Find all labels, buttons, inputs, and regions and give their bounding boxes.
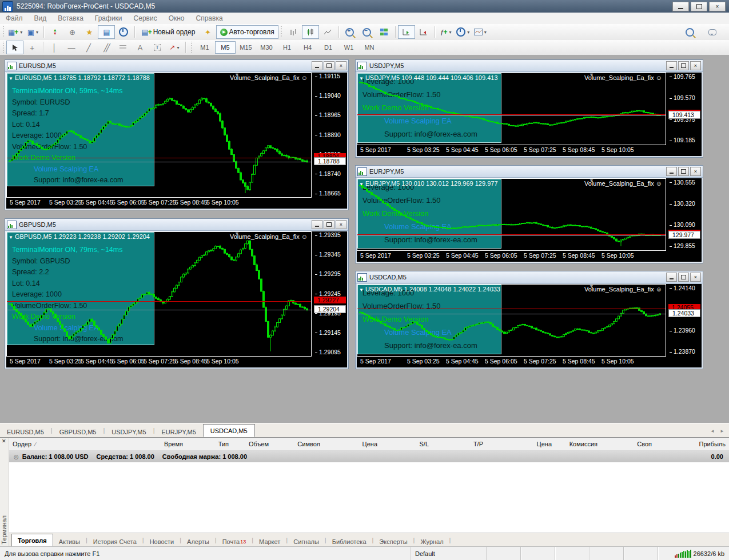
terminal-tab-история-счета[interactable]: История Счета — [87, 537, 142, 547]
market-watch-button[interactable]: ▲▼ — [46, 25, 63, 39]
terminal-tab-сигналы[interactable]: Сигналы — [288, 537, 325, 547]
chart-shift-button[interactable] — [415, 25, 432, 39]
tabs-scroll-left-button[interactable]: ◄ — [708, 426, 717, 435]
chart-window-eurusd[interactable]: EURUSD,M5 × TerminalMonitor ON, 59ms, ~1… — [5, 59, 349, 210]
chart-minimize-button[interactable] — [312, 61, 322, 70]
chart-restore-button[interactable] — [678, 61, 689, 70]
chart-close-button[interactable]: × — [690, 167, 701, 176]
auto-scroll-button[interactable] — [398, 25, 415, 39]
price-scale[interactable]: 1.293951.293451.292951.292451.291951.291… — [314, 231, 347, 357]
chart-restore-button[interactable] — [678, 273, 689, 282]
chart-plot[interactable]: Leverage: 1000VolumeOrderFlow: 1.50Work … — [357, 178, 666, 251]
terminal-tab-алерты[interactable]: Алерты — [181, 537, 215, 547]
titlebar[interactable]: 5225094: RoboForex-ProCent - USDCAD,M5 × — [0, 0, 729, 13]
channel-tool-button[interactable]: ╱╱ — [97, 41, 114, 54]
restore-button[interactable] — [691, 2, 707, 11]
chart-restore-button[interactable] — [678, 167, 689, 176]
strategy-tester-button[interactable] — [115, 25, 132, 39]
timeframe-M5[interactable]: M5 — [215, 41, 236, 54]
column-header-комиссия[interactable]: Комиссия — [555, 441, 601, 447]
chart-tab-eurusd[interactable]: EURUSD,M5 — [0, 426, 51, 437]
bar-chart-type-button[interactable] — [285, 25, 302, 39]
navigator-button[interactable]: ⊕ — [63, 25, 81, 39]
profiles-button[interactable]: ▣▾ — [24, 25, 41, 39]
terminal-tab-торговля[interactable]: Торговля — [11, 534, 53, 547]
chart-minimize-button[interactable] — [666, 273, 677, 282]
text-label-tool-button[interactable]: T — [149, 41, 166, 54]
chart-window-titlebar[interactable]: USDCAD,M5 × — [356, 271, 703, 283]
crosshair-tool-button[interactable]: ＋ — [23, 41, 41, 54]
terminal-tab-эксперты[interactable]: Эксперты — [373, 537, 413, 547]
vertical-line-tool-button[interactable]: │ — [46, 41, 63, 54]
chart-plot[interactable]: TerminalMonitor ON, 79ms, ~14msSymbol: G… — [6, 231, 312, 357]
menu-Сервис[interactable]: Сервис — [128, 13, 163, 24]
column-header-своп[interactable]: Своп — [601, 441, 655, 447]
cursor-tool-button[interactable] — [6, 41, 23, 54]
column-header-объем[interactable]: Объем — [232, 441, 272, 447]
chart-tab-usdcad[interactable]: USDCAD,M5 — [203, 424, 255, 437]
price-scale[interactable]: 130.555130.320130.090129.855129.990129.9… — [668, 178, 702, 251]
column-header-цена[interactable]: Цена — [324, 441, 381, 447]
autotrading-button[interactable]: ▶Авто-торговля — [216, 25, 278, 39]
close-button[interactable]: × — [709, 2, 726, 11]
minimize-button[interactable] — [672, 2, 689, 11]
time-scale[interactable]: 5 Sep 20175 Sep 03:255 Sep 04:455 Sep 06… — [357, 357, 699, 366]
chart-plot[interactable]: Leverage: 1000VolumeOrderFlow: 1.50Work … — [357, 73, 666, 145]
column-header-символ[interactable]: Символ — [272, 441, 324, 447]
chart-restore-button[interactable] — [324, 220, 334, 229]
timeframe-H4[interactable]: H4 — [297, 41, 318, 54]
menu-Графики[interactable]: Графики — [89, 13, 128, 24]
templates-button[interactable]: ▾ — [472, 25, 489, 39]
zoom-in-button[interactable]: + — [341, 25, 358, 39]
timeframe-M30[interactable]: M30 — [256, 41, 277, 54]
chart-minimize-button[interactable] — [312, 220, 322, 229]
terminal-tab-библиотека[interactable]: Библиотека — [326, 537, 372, 547]
statusbar-profile[interactable]: Default — [411, 547, 487, 560]
chart-restore-button[interactable] — [324, 61, 334, 70]
timeframe-H1[interactable]: H1 — [277, 41, 297, 54]
price-scale[interactable]: 109.765109.570109.375109.185109.424109.4… — [668, 73, 702, 145]
terminal-tab-активы[interactable]: Активы — [53, 537, 86, 547]
time-scale[interactable]: 5 Sep 20175 Sep 03:255 Sep 04:455 Sep 06… — [6, 198, 345, 207]
price-scale[interactable]: 1.241401.240501.239601.238701.240551.240… — [668, 284, 702, 357]
column-header-цена[interactable]: Цена — [487, 441, 555, 447]
chart-window-usdcad[interactable]: USDCAD,M5 × Leverage: 1000VolumeOrderFlo… — [355, 271, 703, 369]
time-scale[interactable]: 5 Sep 20175 Sep 03:255 Sep 04:455 Sep 06… — [6, 357, 345, 366]
time-scale[interactable]: 5 Sep 20175 Sep 03:255 Sep 04:455 Sep 06… — [357, 145, 699, 155]
chart-minimize-button[interactable] — [666, 61, 677, 70]
time-scale[interactable]: 5 Sep 20175 Sep 03:255 Sep 04:455 Sep 06… — [357, 251, 699, 261]
terminal-tab-журнал[interactable]: Журнал — [415, 537, 449, 547]
tabs-scroll-right-button[interactable]: ► — [718, 426, 727, 435]
metaeditor-button[interactable]: ✦ — [199, 25, 216, 39]
column-header-tp[interactable]: T/P — [432, 441, 487, 447]
chart-window-titlebar[interactable]: EURJPY,M5 × — [356, 166, 703, 178]
chart-window-eurjpy[interactable]: EURJPY,M5 × Leverage: 1000VolumeOrderFlo… — [355, 165, 703, 263]
menu-Вид[interactable]: Вид — [29, 13, 53, 24]
terminal-tab-маркет[interactable]: Маркет — [253, 537, 286, 547]
new-chart-button[interactable]: ▦+▾ — [6, 25, 24, 39]
chart-plot[interactable]: Leverage: 1000VolumeOrderFlow: 1.50Work … — [357, 284, 666, 357]
terminal-tab-новости[interactable]: Новости — [144, 537, 180, 547]
chart-close-button[interactable]: × — [690, 273, 701, 282]
menu-Окно[interactable]: Окно — [163, 13, 190, 24]
horizontal-line-tool-button[interactable]: — — [63, 41, 80, 54]
chart-tab-eurjpy[interactable]: EURJPY,M5 — [155, 426, 203, 437]
chart-window-titlebar[interactable]: EURUSD,M5 × — [5, 60, 348, 72]
tile-windows-button[interactable] — [376, 25, 393, 39]
new-order-button[interactable]: ▤+Новый ордер — [137, 25, 199, 39]
timeframe-W1[interactable]: W1 — [338, 41, 359, 54]
fibonacci-tool-button[interactable] — [114, 41, 132, 54]
column-header-sl[interactable]: S/L — [381, 441, 432, 447]
chart-close-button[interactable]: × — [336, 220, 346, 229]
chart-tab-usdjpy[interactable]: USDJPY,M5 — [105, 426, 153, 437]
community-button[interactable] — [704, 25, 721, 39]
periods-button[interactable]: ▾ — [455, 25, 472, 39]
column-header-order[interactable]: Ордер∕ — [9, 441, 146, 447]
chart-minimize-button[interactable] — [666, 167, 677, 176]
chart-window-titlebar[interactable]: USDJPY,M5 × — [356, 60, 703, 72]
chart-window-titlebar[interactable]: GBPUSD,M5 × — [5, 219, 348, 231]
chart-close-button[interactable]: × — [690, 61, 701, 70]
menu-Справка[interactable]: Справка — [190, 13, 229, 24]
chart-window-usdjpy[interactable]: USDJPY,M5 × Leverage: 1000VolumeOrderFlo… — [355, 59, 703, 158]
orders-table-body[interactable] — [9, 462, 729, 533]
